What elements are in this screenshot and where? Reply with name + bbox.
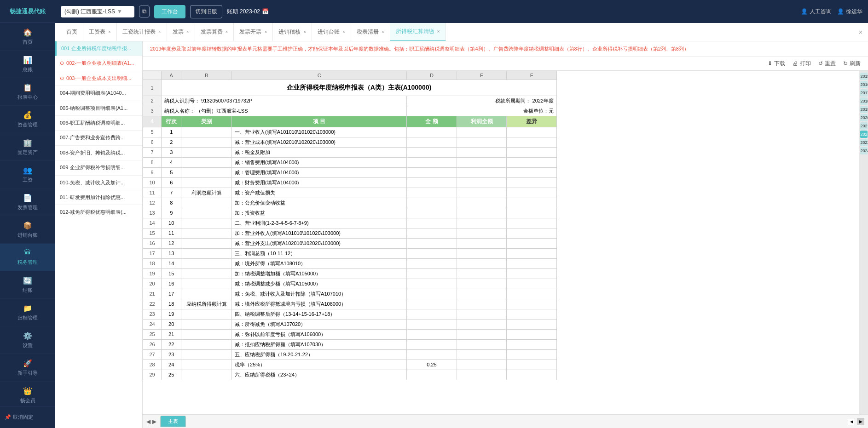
tax-list-item-002[interactable]: ⊙ 002-一般企业收入明细表(A1...: [55, 56, 142, 71]
sheet-tab-main[interactable]: 主表: [160, 416, 186, 427]
year-btn-2023[interactable]: 2023: [860, 139, 868, 146]
copy-icon-button[interactable]: ⧉: [139, 6, 150, 17]
reset-button[interactable]: ↺ 重置: [818, 60, 836, 68]
sidebar-item-payroll[interactable]: 👥 工资: [0, 161, 55, 188]
close-icon[interactable]: ×: [342, 29, 345, 34]
finance-icon: 💰: [23, 111, 32, 120]
sidebar-item-label: 总账: [23, 66, 33, 73]
tax-list-item-005[interactable]: 005-纳税调整项目明细表(A1...: [55, 101, 142, 116]
tab-payslip[interactable]: 工资表 ×: [83, 23, 117, 41]
year-btn-2022[interactable]: 2022: [860, 131, 868, 138]
close-icon[interactable]: ×: [382, 29, 384, 34]
close-all-button[interactable]: ×: [859, 29, 862, 36]
tab-invoice-open[interactable]: 发票开票 ×: [234, 23, 273, 41]
table-row: 18 14 减：境外所得（填写A108010）: [143, 258, 557, 268]
refresh-label: 刷新: [850, 60, 861, 68]
sidebar-item-assets[interactable]: 🏢 固定资产: [0, 133, 55, 161]
year-btn-2017[interactable]: 2017: [860, 89, 868, 97]
close-icon[interactable]: ×: [158, 29, 161, 34]
year-btn-2019[interactable]: 2019: [860, 106, 868, 113]
col-header-a: A: [162, 71, 181, 80]
company-name: (勾删) 江西服宝-LSS: [64, 8, 115, 16]
sidebar-item-invoice[interactable]: 📄 发票管理: [0, 188, 55, 216]
sidebar-item-reports[interactable]: 📋 报表中心: [0, 78, 55, 106]
year-btn-2019-top[interactable]: 2019: [860, 73, 868, 80]
sidebar-item-finance[interactable]: 💰 资金管理: [0, 106, 55, 133]
table-row: 14 10 二、营业利润(1-2-3-4-5-6-7-8+9): [143, 218, 557, 228]
page-nav-left[interactable]: ◀: [848, 418, 855, 425]
main-content: 2019年度步及取以前年度结转数据的申报表单元格需要手工维护正确，才能保证本年及…: [143, 41, 868, 428]
year-btn-2020[interactable]: 2020: [860, 114, 868, 121]
company-selector[interactable]: (勾删) 江西服宝-LSS ▼: [61, 6, 134, 17]
close-icon[interactable]: ×: [264, 29, 267, 34]
sidebar-item-purchase[interactable]: 📦 进销台账: [0, 216, 55, 244]
tab-purchase-ledger[interactable]: 进销台账 ×: [312, 23, 351, 41]
close-icon[interactable]: ×: [226, 29, 228, 34]
year-btn-2021[interactable]: 2021: [860, 122, 868, 130]
topbar-right: 👤 人工咨询 👤 徐运华: [801, 8, 862, 16]
tab-invoice-label: 发票: [173, 28, 184, 36]
sidebar-item-settle[interactable]: 🔄 结账: [0, 271, 55, 299]
taxpayer-id-cell: 纳税人识别号： 91320500703719732P: [162, 96, 407, 106]
tax-list-item-004[interactable]: 004-期间费用明细表(A1040...: [55, 86, 142, 101]
sidebar-item-tax[interactable]: 🏛 税务管理: [0, 244, 55, 271]
tax-list-item-label: 007-广告费和业务宣传费跨...: [60, 135, 125, 140]
page-nav-right[interactable]: ▶: [857, 418, 864, 425]
tab-payroll-report-label: 工资统计报表: [122, 28, 156, 36]
bottom-tab-bar: ◀ ▶ 主表 ◀ ▶: [143, 414, 868, 428]
tax-list-item-003[interactable]: ⊙ 003-一般企业成本支出明细...: [55, 71, 142, 86]
header-xiangmu: 项 目: [232, 116, 407, 127]
year-btn-2018[interactable]: 2018: [860, 97, 868, 105]
sheet-prev-arrow[interactable]: ◀: [146, 418, 150, 425]
tab-tax-clear-label: 税表清册: [357, 28, 379, 36]
tax-list-item-006[interactable]: 006-职工薪酬纳税调整明细...: [55, 116, 142, 131]
payroll-icon: 👥: [23, 166, 32, 175]
tax-list-item-007[interactable]: 007-广告费和业务宣传费跨...: [55, 131, 142, 145]
tab-invoice-open-label: 发票开票: [239, 28, 261, 36]
table-row: 22 18 应纳税所得额计算 减：境外应税所得抵减境内亏损（填写A108000）: [143, 299, 557, 309]
ai-consult-button[interactable]: 👤 人工咨询: [801, 8, 832, 16]
print-button[interactable]: 🖨 打印: [793, 60, 811, 68]
sheet-next-arrow[interactable]: ▶: [152, 418, 156, 425]
refresh-button[interactable]: ↻ 刷新: [843, 60, 861, 68]
spreadsheet-scroll[interactable]: A B C D E F: [143, 71, 859, 415]
tax-list-item-010[interactable]: 010-免税、减计收入及加计...: [55, 176, 142, 190]
spreadsheet-container: A B C D E F: [143, 71, 868, 415]
close-icon[interactable]: ×: [108, 29, 111, 34]
tax-list-item-012[interactable]: 012-减免所得税优惠明细表(...: [55, 205, 142, 220]
header-leibie: 类别: [181, 116, 232, 127]
tab-invoice[interactable]: 发票 ×: [167, 23, 195, 41]
tax-list-item-008[interactable]: 008-资产折旧、摊销及纳税...: [55, 146, 142, 160]
row-num-1: 1: [143, 80, 162, 96]
tab-home[interactable]: 首页: [61, 23, 83, 41]
year-btn-2024[interactable]: 2024: [860, 147, 868, 154]
tab-purchase-check[interactable]: 进销稽核 ×: [273, 23, 312, 41]
download-button[interactable]: ⬇ 下载: [768, 60, 785, 68]
tab-tax-clear[interactable]: 税表清册 ×: [351, 23, 390, 41]
col-header-c: C: [232, 71, 407, 80]
tax-list-item-011[interactable]: 011-研发费用加计扣除优惠...: [55, 190, 142, 205]
close-icon[interactable]: ×: [186, 29, 189, 34]
sidebar-bottom[interactable]: 📌 取消固定: [0, 406, 55, 428]
workbench-button[interactable]: 工作台: [154, 5, 185, 18]
tax-list-item-001[interactable]: 001-企业所得税年度纳税申报...: [55, 41, 142, 56]
close-icon[interactable]: ×: [303, 29, 306, 34]
vip-icon: 👑: [23, 387, 32, 395]
tab-income-tax[interactable]: 所得税汇算清缴 ×: [390, 23, 446, 41]
refresh-icon: ↻: [843, 60, 848, 67]
sidebar-item-vip[interactable]: 👑 畅会员: [0, 382, 55, 406]
switch-old-button[interactable]: 切到旧版: [190, 5, 222, 18]
user-profile-button[interactable]: 👤 徐运华: [837, 8, 862, 16]
calendar-icon[interactable]: 📅: [262, 8, 269, 15]
tab-payroll-report[interactable]: 工资统计报表 ×: [117, 23, 167, 41]
tax-list-item-009[interactable]: 009-企业所得税补亏损明细...: [55, 160, 142, 175]
sidebar-item-settings[interactable]: ⚙️ 设置: [0, 326, 55, 354]
sidebar-item-home[interactable]: 🏠 首页: [0, 23, 55, 51]
unpin-button[interactable]: 📌 取消固定: [5, 411, 51, 423]
sidebar-item-ledger[interactable]: 📊 总账: [0, 51, 55, 78]
sidebar-item-archive[interactable]: 📁 归档管理: [0, 299, 55, 326]
tab-invoice-calc[interactable]: 发票算费 ×: [195, 23, 234, 41]
year-btn-2016[interactable]: 2016: [860, 81, 868, 88]
close-icon[interactable]: ×: [437, 29, 440, 34]
sidebar-item-guide[interactable]: 🚀 新手引导: [0, 354, 55, 382]
